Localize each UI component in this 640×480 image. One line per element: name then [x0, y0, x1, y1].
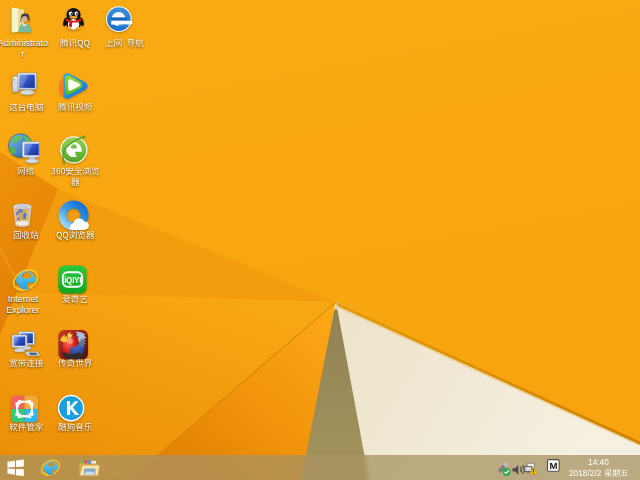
svg-text:iQIYI: iQIYI [64, 276, 81, 285]
svg-text:M: M [549, 460, 557, 471]
svg-text:2018/2/2: 2018/2/2 [569, 468, 602, 478]
svg-text:14:40: 14:40 [588, 457, 609, 467]
